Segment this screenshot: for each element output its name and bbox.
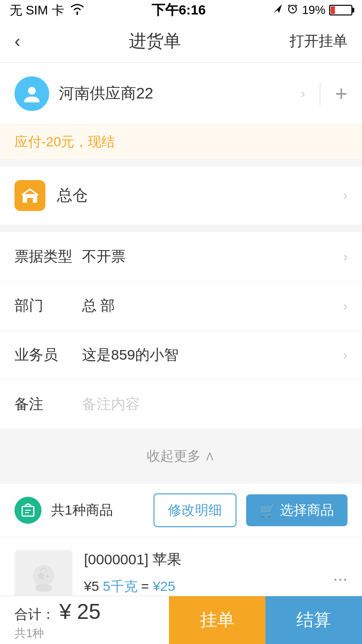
invoice-type-value: 不开票 <box>82 247 343 266</box>
supplier-name[interactable]: 河南供应商22 <box>59 83 301 104</box>
warehouse-name: 总仓 <box>57 185 343 206</box>
salesperson-row[interactable]: 业务员 这是859的小智 › <box>0 331 362 380</box>
status-right: 19% <box>272 3 352 17</box>
invoice-type-label: 票据类型 <box>14 247 82 266</box>
quantity: 5千克 <box>103 579 138 594</box>
alarm-icon <box>287 3 298 17</box>
svg-rect-7 <box>22 506 34 516</box>
footer-total-row: 合计： ¥ 25 <box>14 600 154 624</box>
warehouse-chevron-icon: › <box>343 188 348 203</box>
wifi-icon <box>69 2 85 18</box>
supplier-row: 河南供应商22 › + <box>0 63 362 125</box>
total-label: 合计： <box>14 607 55 622</box>
svg-rect-6 <box>27 198 33 203</box>
footer-total: 合计： ¥ 25 共1种 <box>0 600 169 641</box>
cart-icon: 🛒 <box>260 503 275 518</box>
hang-button[interactable]: 挂单 <box>169 596 265 644</box>
product-name: [0000001] 苹果 <box>84 550 321 570</box>
product-code: [0000001] <box>84 551 148 567</box>
warehouse-row[interactable]: 总仓 › <box>0 167 362 224</box>
checkout-button[interactable]: 结算 <box>265 596 362 644</box>
svg-text:禽+: 禽+ <box>37 572 49 580</box>
supplier-alert: 应付-20元，现结 <box>0 125 362 159</box>
page-title: 进货单 <box>129 29 181 53</box>
products-header: 共1种商品 修改明细 🛒 选择商品 <box>0 484 362 537</box>
carrier-label: 无 SIM 卡 <box>10 2 64 19</box>
total-amount: ¥ 25 <box>59 600 101 623</box>
invoice-type-row[interactable]: 票据类型 不开票 › <box>0 232 362 281</box>
content: 河南供应商22 › + 应付-20元，现结 总仓 › 票据类型 不开票 › <box>0 63 362 644</box>
nav-bar: ‹ 进货单 打开挂单 <box>0 20 362 63</box>
products-count-label: 共1种商品 <box>51 501 144 519</box>
invoice-type-chevron-icon: › <box>343 249 348 265</box>
warehouse-section: 总仓 › <box>0 167 362 224</box>
products-icon <box>14 497 42 524</box>
location-icon <box>272 3 283 17</box>
select-product-button[interactable]: 🛒 选择商品 <box>246 494 348 526</box>
remarks-input[interactable]: 备注内容 <box>82 394 348 414</box>
supplier-divider <box>320 82 320 105</box>
status-bar: 无 SIM 卡 下午6:16 19% <box>0 0 362 20</box>
footer: 合计： ¥ 25 共1种 挂单 结算 <box>0 596 362 644</box>
form-section: 票据类型 不开票 › 部门 总 部 › 业务员 这是859的小智 › 备注 备注… <box>0 232 362 429</box>
product-name-text: 苹果 <box>153 551 181 567</box>
svg-point-11 <box>35 584 52 592</box>
battery-icon <box>329 5 352 15</box>
open-pending-button[interactable]: 打开挂单 <box>290 31 348 51</box>
department-value: 总 部 <box>82 296 343 316</box>
salesperson-label: 业务员 <box>14 345 82 365</box>
collapse-toggle[interactable]: 收起更多 ∧ <box>0 436 362 476</box>
gap <box>0 476 362 484</box>
unit-price: ¥5 <box>84 579 99 594</box>
select-product-label: 选择商品 <box>280 501 334 519</box>
battery-percent: 19% <box>302 3 325 17</box>
supplier-section: 河南供应商22 › + 应付-20元，现结 <box>0 63 362 159</box>
total-count: 共1种 <box>14 626 154 641</box>
department-label: 部门 <box>14 296 82 316</box>
supplier-avatar <box>14 76 49 111</box>
salesperson-value: 这是859的小智 <box>82 345 343 365</box>
department-row[interactable]: 部门 总 部 › <box>0 281 362 331</box>
svg-marker-0 <box>273 4 282 13</box>
edit-detail-button[interactable]: 修改明细 <box>153 493 237 527</box>
equals-sign: = <box>141 579 153 594</box>
department-chevron-icon: › <box>343 298 348 314</box>
remarks-row: 备注 备注内容 <box>0 380 362 429</box>
total-price: ¥25 <box>153 579 175 594</box>
product-info: [0000001] 苹果 ¥5 5千克 = ¥25 <box>84 550 321 596</box>
product-price: ¥5 5千克 = ¥25 <box>84 577 321 596</box>
supplier-add-button[interactable]: + <box>335 82 348 106</box>
supplier-chevron-icon: › <box>301 86 305 101</box>
back-button[interactable]: ‹ <box>14 31 20 52</box>
status-left: 无 SIM 卡 <box>10 2 85 19</box>
status-time: 下午6:16 <box>152 1 206 19</box>
remarks-label: 备注 <box>14 394 82 414</box>
warehouse-icon <box>14 180 45 211</box>
salesperson-chevron-icon: › <box>343 348 348 363</box>
product-more-button[interactable]: ··· <box>333 569 348 589</box>
svg-point-4 <box>28 87 36 95</box>
